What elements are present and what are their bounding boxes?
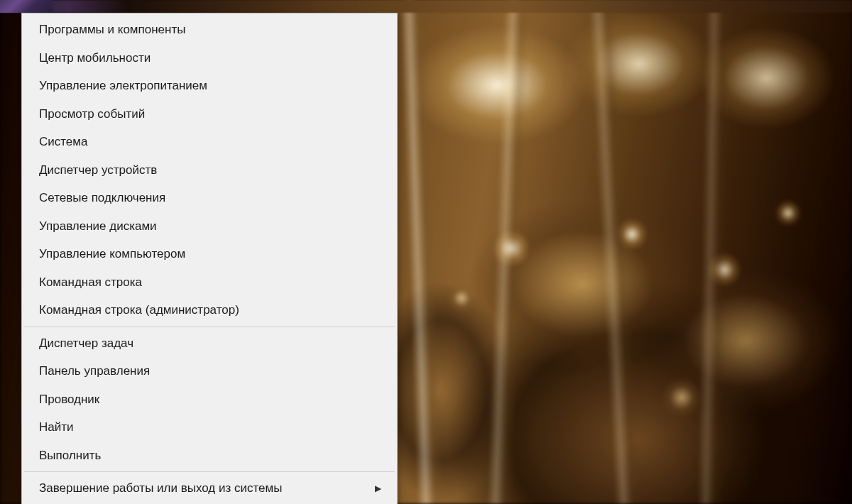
- taskbar-strip: [0, 0, 852, 13]
- menu-item-programs-features[interactable]: Программы и компоненты: [23, 16, 395, 44]
- menu-item-label: Управление дисками: [39, 217, 157, 236]
- menu-item-label: Управление электропитанием: [39, 77, 207, 95]
- chevron-right-icon: ▶: [375, 482, 381, 495]
- menu-item-power-options[interactable]: Управление электропитанием: [23, 72, 395, 100]
- menu-item-shutdown-signout[interactable]: Завершение работы или выход из системы ▶: [23, 474, 395, 503]
- menu-item-command-prompt[interactable]: Командная строка: [23, 268, 395, 297]
- menu-item-label: Просмотр событий: [39, 105, 145, 124]
- menu-separator: [24, 471, 395, 472]
- menu-item-device-manager[interactable]: Диспетчер устройств: [23, 156, 395, 185]
- menu-item-system[interactable]: Система: [23, 128, 395, 156]
- menu-item-disk-management[interactable]: Управление дисками: [23, 212, 395, 241]
- menu-item-label: Диспетчер устройств: [39, 161, 157, 180]
- menu-item-command-prompt-admin[interactable]: Командная строка (администратор): [23, 296, 395, 324]
- menu-item-network-connections[interactable]: Сетевые подключения: [23, 184, 395, 212]
- menu-item-label: Найти: [39, 418, 74, 437]
- winx-context-menu: Программы и компоненты Центр мобильности…: [21, 13, 398, 504]
- menu-item-label: Командная строка: [39, 273, 142, 292]
- menu-item-label: Программы и компоненты: [39, 21, 185, 39]
- menu-item-computer-management[interactable]: Управление компьютером: [23, 240, 395, 268]
- menu-item-label: Система: [39, 133, 87, 151]
- menu-item-run[interactable]: Выполнить: [23, 442, 395, 470]
- menu-item-label: Командная строка (администратор): [39, 301, 239, 319]
- menu-item-task-manager[interactable]: Диспетчер задач: [23, 329, 395, 358]
- menu-item-event-viewer[interactable]: Просмотр событий: [23, 100, 395, 128]
- menu-item-label: Завершение работы или выход из системы: [39, 479, 282, 498]
- menu-item-label: Центр мобильности: [39, 49, 151, 67]
- menu-item-file-explorer[interactable]: Проводник: [23, 385, 395, 414]
- menu-item-label: Диспетчер задач: [39, 334, 133, 353]
- menu-item-search[interactable]: Найти: [23, 413, 395, 442]
- menu-item-label: Панель управления: [39, 362, 150, 380]
- start-button-thumb[interactable]: [0, 0, 53, 13]
- menu-item-mobility-center[interactable]: Центр мобильности: [23, 44, 395, 72]
- menu-item-label: Проводник: [39, 390, 99, 409]
- menu-item-label: Управление компьютером: [39, 245, 185, 263]
- menu-item-label: Выполнить: [39, 447, 101, 465]
- menu-item-label: Сетевые подключения: [39, 189, 165, 207]
- menu-separator: [24, 327, 395, 327]
- menu-item-control-panel[interactable]: Панель управления: [23, 357, 395, 385]
